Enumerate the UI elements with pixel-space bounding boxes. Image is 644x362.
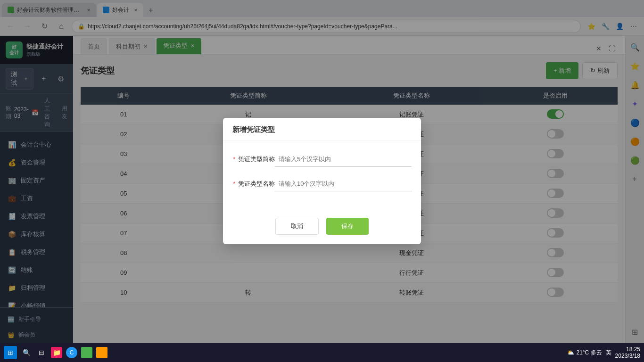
taskbar-date: 2023/3/18 <box>615 353 640 359</box>
required-mark-2: * <box>233 180 235 187</box>
taskbar-app-1[interactable]: 📁 <box>51 347 62 358</box>
taskbar-app-2[interactable]: C <box>66 347 77 358</box>
taskbar: ⊞ 🔍 ⊟ 📁 C ⛅ 21°C 多云 英 18:25 2023/3/18 <box>0 343 644 362</box>
full-name-label: * 凭证类型名称 <box>232 180 275 188</box>
task-view[interactable]: ⊟ <box>36 347 47 358</box>
modal-title: 新增凭证类型 <box>223 118 421 140</box>
modal-overlay: 新增凭证类型 * 凭证类型简称 * 凭证类型名称 取消 保存 <box>0 0 644 362</box>
search-taskbar[interactable]: 🔍 <box>21 347 32 358</box>
short-name-label-text: 凭证类型简称 <box>238 156 275 163</box>
cancel-button[interactable]: 取消 <box>275 218 319 235</box>
taskbar-lang: 英 <box>606 349 611 357</box>
taskbar-app-3[interactable] <box>81 347 92 358</box>
taskbar-time: 18:25 <box>615 346 640 353</box>
short-name-label: * 凭证类型简称 <box>232 155 275 164</box>
weather-temp: 21°C 多云 <box>576 349 602 357</box>
taskbar-weather: ⛅ 21°C 多云 <box>567 349 602 357</box>
add-voucher-type-modal: 新增凭证类型 * 凭证类型简称 * 凭证类型名称 取消 保存 <box>223 118 421 244</box>
save-button[interactable]: 保存 <box>326 218 369 235</box>
modal-footer: 取消 保存 <box>223 212 421 244</box>
taskbar-clock: 18:25 2023/3/18 <box>615 346 640 359</box>
start-button[interactable]: ⊞ <box>4 346 17 359</box>
form-row-short-name: * 凭证类型简称 <box>232 152 412 167</box>
taskbar-app-4[interactable] <box>96 347 107 358</box>
short-name-input[interactable] <box>275 152 412 167</box>
form-row-full-name: * 凭证类型名称 <box>232 176 412 191</box>
modal-body: * 凭证类型简称 * 凭证类型名称 <box>223 140 421 212</box>
required-mark-1: * <box>233 156 235 163</box>
full-name-label-text: 凭证类型名称 <box>238 180 275 187</box>
full-name-input[interactable] <box>275 176 412 191</box>
weather-icon: ⛅ <box>567 349 574 356</box>
